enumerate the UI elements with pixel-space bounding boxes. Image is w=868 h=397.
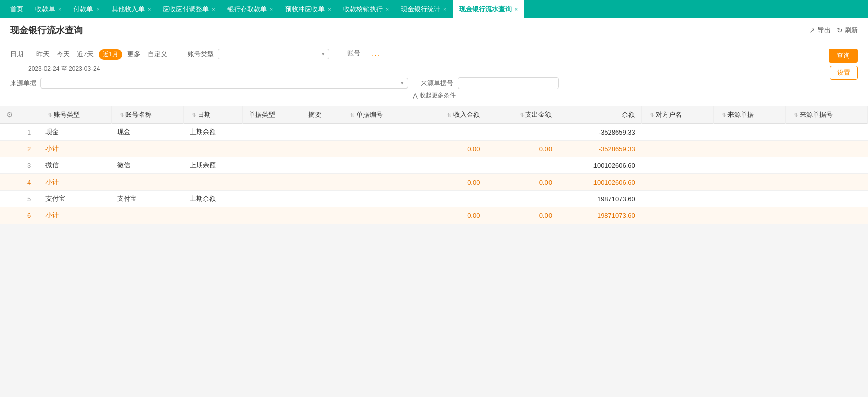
nav-bank-deposit[interactable]: 银行存取款单 ×: [221, 0, 279, 18]
col-date[interactable]: ⇅ 日期: [184, 106, 243, 124]
date-options: 昨天 今天 近7天 近1月 更多 自定义: [34, 49, 169, 60]
sort-icon: ⇅: [650, 112, 654, 118]
account-type-cell: 现金: [39, 124, 112, 141]
expense-cell: 0.00: [486, 174, 558, 191]
row-index: 2: [19, 141, 39, 157]
close-icon[interactable]: ×: [386, 6, 389, 12]
account-type-cell: 小计: [39, 141, 112, 157]
balance-cell: 19871073.60: [558, 191, 642, 207]
gear-icon[interactable]: ⚙: [6, 110, 13, 119]
source-doc-no-cell: [786, 191, 868, 207]
expense-cell: [486, 191, 558, 207]
col-source-doc[interactable]: ⇅ 来源单据: [713, 106, 786, 124]
date-btn-today[interactable]: 今天: [55, 49, 72, 60]
counterpart-cell: [642, 141, 714, 157]
row-index: 3: [19, 157, 39, 174]
row-index: 6: [19, 207, 39, 224]
doc-type-cell: [242, 141, 302, 157]
nav-receipt[interactable]: 收款单 ×: [29, 0, 67, 18]
date-btn-more[interactable]: 更多: [125, 49, 143, 60]
nav-prepayment[interactable]: 预收冲应收单 ×: [279, 0, 337, 18]
doc-no-cell: [342, 207, 414, 224]
date-btn-yesterday[interactable]: 昨天: [34, 49, 52, 60]
settings-button[interactable]: 设置: [830, 66, 858, 80]
col-income[interactable]: ⇅ 收入金额: [414, 106, 486, 124]
close-icon[interactable]: ×: [443, 6, 446, 12]
table-row[interactable]: 1现金现金上期余额-3528659.33: [0, 124, 868, 141]
source-doc-no-cell: [786, 207, 868, 224]
close-icon[interactable]: ×: [515, 6, 518, 12]
gear-col: [0, 157, 19, 174]
nav-bank-flow[interactable]: 现金银行流水查询 ×: [453, 0, 524, 18]
col-account-name[interactable]: ⇅ 账号名称: [111, 106, 184, 124]
doc-type-cell: [242, 191, 302, 207]
source-doc-cell: [713, 174, 786, 191]
source-doc-no-input[interactable]: [458, 77, 559, 89]
sort-icon: ⇅: [794, 112, 798, 118]
refresh-icon: ↻: [837, 26, 843, 34]
account-name-cell: [111, 141, 184, 157]
query-button[interactable]: 查询: [829, 49, 858, 63]
nav-adjustment[interactable]: 应收应付调整单 ×: [157, 0, 221, 18]
refresh-button[interactable]: ↻ 刷新: [837, 26, 858, 35]
nav-bank-stats[interactable]: 现金银行统计 ×: [395, 0, 452, 18]
date-cell: 上期余额: [184, 191, 243, 207]
col-doc-no[interactable]: ⇅ 单据编号: [342, 106, 414, 124]
page-header: 现金银行流水查询 ↗ 导出 ↻ 刷新: [0, 18, 868, 42]
row-index: 5: [19, 191, 39, 207]
table-row[interactable]: 4小计0.000.00100102606.60: [0, 174, 868, 191]
page-title: 现金银行流水查询: [10, 24, 83, 36]
account-type-select[interactable]: ▾: [218, 49, 329, 59]
col-expense[interactable]: ⇅ 支出金额: [486, 106, 558, 124]
close-icon[interactable]: ×: [148, 6, 151, 12]
col-account-type[interactable]: ⇅ 账号类型: [39, 106, 112, 124]
counterpart-cell: [642, 207, 714, 224]
export-button[interactable]: ↗ 导出: [809, 26, 831, 35]
table-row[interactable]: 5支付宝支付宝上期余额19871073.60: [0, 191, 868, 207]
gear-col: [0, 141, 19, 157]
col-counterpart[interactable]: ⇅ 对方户名: [642, 106, 714, 124]
close-icon[interactable]: ×: [328, 6, 331, 12]
collapse-bar[interactable]: ⋀ 收起更多条件: [10, 89, 858, 100]
date-btn-custom[interactable]: 自定义: [146, 49, 169, 60]
close-icon[interactable]: ×: [212, 6, 215, 12]
income-cell: 0.00: [414, 174, 486, 191]
source-doc-cell: [713, 207, 786, 224]
close-icon[interactable]: ×: [96, 6, 99, 12]
nav-home[interactable]: 首页: [4, 0, 29, 18]
sort-icon: ⇅: [722, 112, 726, 118]
summary-cell: [302, 124, 342, 141]
table-row[interactable]: 6小计0.000.0019871073.60: [0, 207, 868, 224]
col-source-doc-no[interactable]: ⇅ 来源单据号: [786, 106, 868, 124]
close-icon[interactable]: ×: [58, 6, 61, 12]
right-actions: 查询 设置: [829, 49, 858, 80]
col-balance: 余额: [558, 106, 642, 124]
table-area: ⚙ ⇅ 账号类型 ⇅ 账号名称 ⇅ 日期 单据类型: [0, 106, 868, 224]
account-no-dots-button[interactable]: ...: [372, 49, 380, 58]
source-doc-cell: [713, 141, 786, 157]
close-icon[interactable]: ×: [270, 6, 273, 12]
counterpart-cell: [642, 174, 714, 191]
account-type-cell: 微信: [39, 157, 112, 174]
date-label: 日期: [10, 50, 30, 59]
date-btn-1month[interactable]: 近1月: [99, 49, 122, 60]
table-row[interactable]: 3微信微信上期余额100102606.60: [0, 157, 868, 174]
doc-type-cell: [242, 207, 302, 224]
doc-no-cell: [342, 191, 414, 207]
source-doc-no-label: 来源单据号: [421, 79, 453, 88]
doc-type-cell: [242, 174, 302, 191]
nav-writeoff[interactable]: 收款核销执行 ×: [337, 0, 395, 18]
date-btn-7days[interactable]: 近7天: [75, 49, 96, 60]
source-doc-select[interactable]: ▾: [40, 78, 408, 89]
account-type-cell: 小计: [39, 207, 112, 224]
nav-other-income[interactable]: 其他收入单 ×: [106, 0, 157, 18]
source-doc-cell: [713, 157, 786, 174]
row-index: 1: [19, 124, 39, 141]
nav-payment[interactable]: 付款单 ×: [67, 0, 105, 18]
header-actions: ↗ 导出 ↻ 刷新: [809, 26, 858, 35]
expense-cell: [486, 124, 558, 141]
table-row[interactable]: 2小计0.000.00-3528659.33: [0, 141, 868, 157]
col-gear[interactable]: ⚙: [0, 106, 19, 124]
sort-icon: ⇅: [520, 112, 524, 118]
date-cell: 上期余额: [184, 157, 243, 174]
